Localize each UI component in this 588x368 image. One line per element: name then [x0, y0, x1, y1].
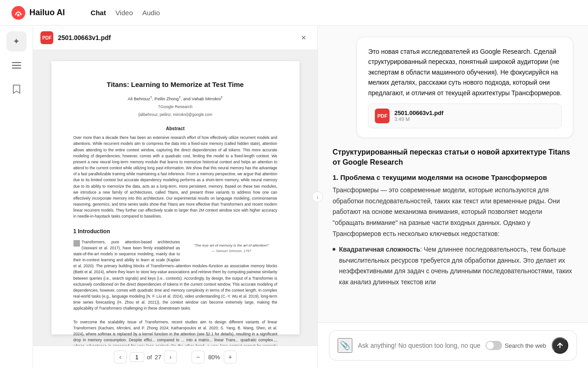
- nav-video[interactable]: Video: [112, 7, 136, 18]
- pdf-zoom-in-button[interactable]: +: [224, 351, 237, 363]
- nav-audio[interactable]: Audio: [139, 7, 164, 18]
- ai-section1-heading: 1. Проблема с текущими моделями на основ…: [333, 173, 573, 181]
- chat-messages-list: Это новая статья исследователей из Googl…: [318, 26, 588, 322]
- ai-bullet-label: Квадратичная сложность: [339, 246, 420, 253]
- user-message-bubble: Это новая статья исследователей из Googl…: [356, 37, 573, 138]
- chat-input-area: 📎 Search the web: [318, 322, 588, 368]
- decorative-icon: [74, 240, 80, 247]
- nav-chat[interactable]: Chat: [87, 7, 109, 18]
- pdf-authors: Ali Behrouz†, Peilin Zhong†, and Vahab M…: [74, 95, 277, 102]
- attachment-pdf-icon: PDF: [375, 109, 390, 123]
- chat-panel: Это новая статья исследователей из Googl…: [318, 26, 588, 368]
- pdf-close-button[interactable]: ×: [297, 31, 310, 44]
- pdf-zoom-level: 80%: [208, 354, 220, 361]
- sidebar: ✦: [0, 26, 33, 368]
- pdf-doc-title: Titans: Learning to Memorize at Test Tim…: [74, 80, 277, 90]
- pdf-abstract-heading: Abstract: [74, 125, 277, 132]
- ai-bullet-text: Квадратичная сложность: Чем длиннее посл…: [339, 244, 573, 288]
- pdf-filename: 2501.00663v1.pdf: [58, 34, 293, 41]
- pdf-page: Titans: Learning to Memorize at Test Tim…: [51, 61, 300, 334]
- pdf-section1-title: 1 Introduction: [74, 227, 277, 236]
- pdf-affiliation: †Google Research: [74, 104, 277, 110]
- svg-point-1: [17, 14, 20, 16]
- pdf-quote: "The true art of memory is the art of at…: [186, 239, 277, 257]
- pdf-footer: ‹ of 27 › − 80% +: [33, 345, 317, 368]
- web-search-label: Search the web: [505, 342, 546, 349]
- main-nav: Chat Video Audio: [87, 9, 164, 17]
- pdf-page-info: ‹ of 27 ›: [114, 351, 177, 363]
- attachment-filename: 2501.00663v1.pdf: [394, 109, 443, 116]
- send-button[interactable]: [552, 337, 568, 354]
- svg-rect-2: [12, 62, 21, 63]
- svg-rect-4: [12, 68, 21, 69]
- pdf-zoom-controls: − 80% +: [192, 351, 237, 363]
- attachment-filesize: 3.49 M: [394, 116, 443, 122]
- pdf-viewer-panel: PDF 2501.00663v1.pdf × Titans: Learning …: [33, 26, 318, 368]
- ai-section1-text: Трансформеры — это современные модели, к…: [333, 185, 573, 240]
- pdf-page-number-input[interactable]: [130, 352, 144, 362]
- user-message-text: Это новая статья исследователей из Googl…: [368, 46, 562, 98]
- pdf-zoom-out-button[interactable]: −: [192, 351, 204, 363]
- pdf-attachment-card: PDF 2501.00663v1.pdf 3.49 M: [368, 104, 562, 128]
- svg-point-0: [11, 6, 25, 20]
- bullet-dot: [333, 248, 335, 251]
- pdf-abstract-text: Over more than a decade there has been a…: [74, 135, 277, 219]
- header: Hailuo AI Chat Video Audio: [0, 0, 588, 26]
- ai-bullet-item: Квадратичная сложность: Чем длиннее посл…: [333, 244, 573, 288]
- chat-input-box: 📎 Search the web: [329, 330, 577, 361]
- main-content: ✦ PDF 2501.00663v1.pdf × Titans: Learnin…: [0, 26, 588, 368]
- chat-text-input[interactable]: [358, 342, 480, 349]
- web-search-toggle[interactable]: Search the web: [486, 341, 546, 350]
- logo-icon: [11, 6, 26, 20]
- logo: Hailuo AI: [11, 6, 65, 20]
- ai-response-title: Структурированный пересказ статьи о ново…: [333, 147, 573, 168]
- panel-resize-handle[interactable]: ↓: [312, 191, 323, 202]
- pdf-next-button[interactable]: ›: [164, 351, 177, 363]
- sidebar-item-history[interactable]: [6, 55, 27, 75]
- pdf-prev-button[interactable]: ‹: [114, 351, 127, 363]
- sidebar-item-new-chat[interactable]: ✦: [6, 31, 27, 52]
- svg-rect-3: [12, 65, 21, 66]
- pdf-file-icon: PDF: [40, 31, 53, 44]
- pdf-email: {alibehrouz, peilinz, mirrokni}@google.c…: [74, 112, 277, 118]
- toggle-knob: [486, 342, 494, 349]
- attach-button[interactable]: 📎: [338, 338, 352, 353]
- sidebar-item-bookmarks[interactable]: [6, 79, 27, 99]
- pdf-intro-text2: To overcome the scalability issue of Tra…: [74, 319, 277, 345]
- pdf-total-pages: 27: [155, 354, 161, 361]
- logo-text: Hailuo AI: [29, 8, 65, 17]
- web-search-toggle-switch[interactable]: [486, 341, 502, 350]
- ai-response-message: Структурированный пересказ статьи о ново…: [333, 147, 573, 291]
- pdf-content-area[interactable]: Titans: Learning to Memorize at Test Tim…: [33, 50, 317, 345]
- pdf-header: PDF 2501.00663v1.pdf ×: [33, 26, 317, 50]
